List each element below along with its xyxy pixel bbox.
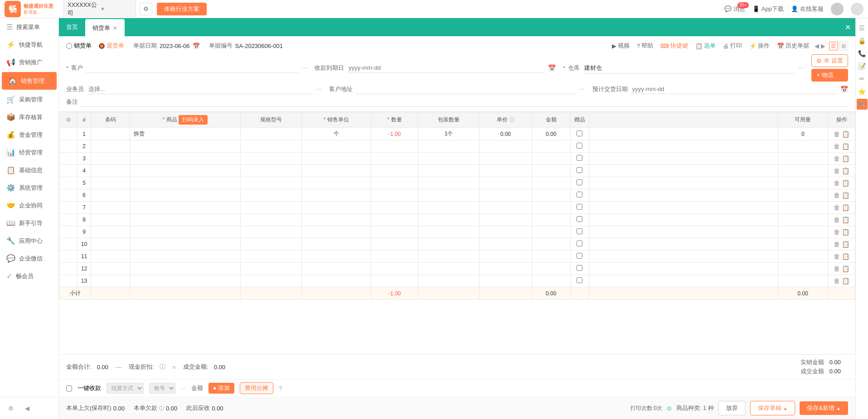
avatar[interactable]	[831, 3, 844, 15]
save-new-button[interactable]: 保存&新增 ▲	[800, 401, 848, 415]
copy-row-icon[interactable]: 📋	[842, 192, 849, 199]
sidebar-item-wechat[interactable]: 💬 企业微信	[0, 250, 58, 267]
salesman-more-icon[interactable]: ···	[316, 85, 322, 93]
save-draft-button[interactable]: 保存草稿 ▲	[750, 401, 795, 415]
gift-checkbox[interactable]	[577, 143, 582, 149]
rp-note-icon[interactable]: 📝	[857, 61, 868, 72]
salesman-input[interactable]	[87, 84, 313, 94]
calendar-icon[interactable]: 📅	[193, 43, 200, 49]
sidebar-item-guide[interactable]: 📖 新手引导	[0, 214, 58, 232]
rp-edit-icon[interactable]: ✏	[857, 73, 868, 84]
delete-row-icon[interactable]: 🗑	[834, 253, 840, 260]
expense-info-icon[interactable]: ?	[279, 385, 282, 392]
gift-checkbox[interactable]	[577, 216, 582, 222]
payment-due-calendar-icon[interactable]: 📅	[548, 64, 556, 72]
gift-checkbox[interactable]	[577, 192, 582, 197]
delete-row-icon[interactable]: 🗑	[834, 228, 840, 236]
gift-checkbox[interactable]	[577, 277, 582, 283]
gift-checkbox[interactable]	[577, 204, 582, 210]
copy-row-icon[interactable]: 📋	[842, 265, 849, 272]
gift-checkbox[interactable]	[577, 155, 582, 161]
gift-checkbox[interactable]	[577, 228, 582, 234]
select-bill-btn[interactable]: 📋 选单	[693, 41, 718, 51]
sidebar-item-basic[interactable]: 📋 基础信息	[0, 161, 58, 179]
gift-checkbox[interactable]	[577, 241, 582, 246]
sidebar-item-shortcut[interactable]: ⚡ 快捷导航	[0, 36, 58, 53]
sidebar-item-system[interactable]: ⚙️ 系统管理	[0, 179, 58, 197]
trial-button[interactable]: 体验行业方案	[157, 3, 207, 15]
print-btn[interactable]: 🖨 打印	[721, 41, 744, 51]
message-button[interactable]: 💬 消息 99+	[724, 5, 745, 13]
tab-sales-order[interactable]: 销货单 ✕	[85, 19, 125, 37]
help-btn[interactable]: ? 帮助	[635, 41, 655, 51]
prev-icon[interactable]: ◀	[815, 43, 819, 49]
delete-row-icon[interactable]: 🗑	[834, 216, 840, 223]
list-view-icon[interactable]: ☰	[829, 42, 838, 50]
gift-checkbox[interactable]	[577, 179, 582, 185]
delete-row-icon[interactable]: 🗑	[834, 192, 840, 199]
rp-lock-icon[interactable]: 🔒	[857, 35, 868, 46]
tab-bar-close-icon[interactable]: ✕	[845, 23, 851, 32]
remarks-input[interactable]	[81, 97, 848, 107]
online-service-button[interactable]: 👤 在线客服	[791, 5, 824, 13]
account-select[interactable]: 账号	[149, 383, 175, 394]
logistics-btn[interactable]: + 物流	[811, 69, 848, 82]
gift-checkbox[interactable]	[577, 167, 582, 173]
add-payment-button[interactable]: ● 添加	[209, 383, 234, 394]
delete-row-icon[interactable]: 🗑	[834, 179, 840, 187]
rp-menu-icon[interactable]: ☰	[857, 23, 868, 34]
customer-address-input[interactable]	[355, 84, 576, 94]
sidebar-item-sales[interactable]: 🏠 销售管理	[2, 72, 57, 90]
settings-icon[interactable]: ⚙	[140, 3, 152, 15]
rp-star-icon[interactable]: ⭐	[857, 86, 868, 97]
copy-row-icon[interactable]: 📋	[842, 204, 849, 211]
rp-phone-icon[interactable]: 📞	[857, 48, 868, 59]
sidebar-item-search[interactable]: ☰ 搜索菜单	[0, 18, 58, 36]
abandon-button[interactable]: 放弃	[718, 401, 746, 415]
one-click-payment-checkbox[interactable]	[66, 385, 72, 391]
scan-button[interactable]: 扫码录入	[179, 115, 208, 125]
delivery-calendar-icon[interactable]: 📅	[840, 86, 848, 93]
copy-row-icon[interactable]: 📋	[842, 179, 849, 187]
sidebar-item-marketing[interactable]: 📢 营销推广	[0, 53, 58, 71]
gift-checkbox[interactable]	[577, 265, 582, 271]
copy-row-icon[interactable]: 📋	[842, 241, 849, 248]
settings-btn[interactable]: ⚙ ⚙ 设置	[811, 54, 848, 67]
copy-row-icon[interactable]: 📋	[842, 155, 849, 162]
app-download-button[interactable]: 📱 App下载	[752, 5, 784, 13]
discount-info-icon[interactable]: ⓘ	[160, 363, 165, 371]
warehouse-more-icon[interactable]: ···	[798, 64, 804, 72]
delete-row-icon[interactable]: 🗑	[834, 167, 840, 174]
copy-row-icon[interactable]: 📋	[842, 228, 849, 236]
copy-row-icon[interactable]: 📋	[842, 277, 849, 284]
copy-row-icon[interactable]: 📋	[842, 143, 849, 150]
history-btn[interactable]: 📅 历史单据	[775, 41, 811, 51]
sales-bill-radio[interactable]: 销货单	[66, 42, 92, 50]
account-more-icon[interactable]: ···	[181, 385, 186, 392]
copy-row-icon[interactable]: 📋	[842, 167, 849, 174]
copy-row-icon[interactable]: 📋	[842, 216, 849, 223]
gift-checkbox[interactable]	[577, 130, 582, 136]
delete-row-icon[interactable]: 🗑	[834, 155, 840, 162]
return-bill-radio[interactable]: 退货单	[99, 42, 124, 50]
delete-row-icon[interactable]: 🗑	[834, 130, 840, 138]
sidebar-item-collab[interactable]: 🤝 企业协同	[0, 197, 58, 214]
print-info-icon[interactable]: ⊙	[667, 405, 672, 412]
sidebar-item-operation[interactable]: 📊 经营管理	[0, 144, 58, 161]
ops-btn[interactable]: ⚡ 操作	[747, 41, 771, 51]
payment-due-input[interactable]	[347, 63, 545, 73]
gift-checkbox[interactable]	[577, 253, 582, 259]
avatar-2[interactable]	[851, 3, 863, 15]
customer-input[interactable]	[86, 63, 299, 73]
sidebar-item-purchase[interactable]: 🛒 采购管理	[0, 91, 58, 108]
sidebar-settings-button[interactable]: ⚙	[5, 402, 17, 414]
delete-row-icon[interactable]: 🗑	[834, 277, 840, 284]
customer-more-icon[interactable]: ···	[301, 64, 307, 72]
sidebar-item-inventory[interactable]: 📦 库存核算	[0, 108, 58, 126]
grid-view-icon[interactable]: ⊞	[839, 42, 848, 50]
tab-home[interactable]: 首页	[59, 18, 85, 36]
company-selector[interactable]: XXXXXX公司 ▾	[63, 0, 136, 19]
col-settings-icon[interactable]: ⚙	[66, 116, 71, 123]
shortcut-btn[interactable]: ⌨ 快捷键	[659, 41, 690, 51]
tab-close-icon[interactable]: ✕	[113, 25, 117, 31]
